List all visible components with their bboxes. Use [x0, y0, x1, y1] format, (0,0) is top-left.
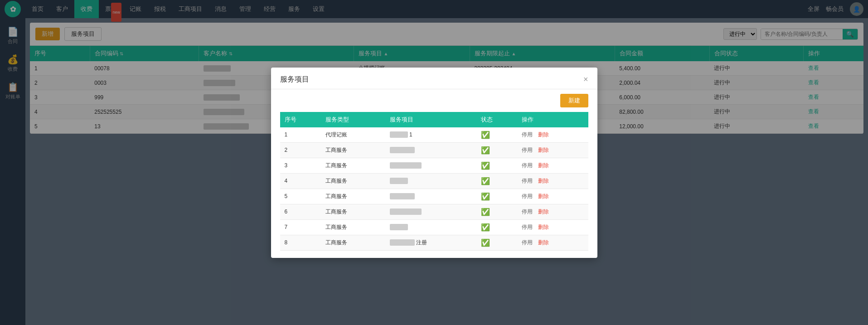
modal-table-row: 6 工商服务 ✅ 停用 删除: [280, 204, 588, 219]
modal-cell-type: 工商服务: [321, 173, 385, 189]
modal-cell-type: 工商服务: [321, 204, 385, 219]
modal-cell-item: [385, 142, 476, 158]
stop-button[interactable]: 停用: [522, 178, 533, 184]
delete-button[interactable]: 删除: [538, 209, 549, 215]
modal-new-button[interactable]: 新建: [560, 94, 588, 107]
modal-cell-action: 停用 删除: [517, 142, 588, 158]
modal-cell-seq: 6: [280, 204, 321, 219]
modal-col-item: 服务项目: [385, 112, 476, 127]
modal-cell-type: 工商服务: [321, 219, 385, 235]
modal-cell-item: 注册: [385, 235, 476, 250]
modal-table-row: 7 工商服务 ✅ 停用 删除: [280, 219, 588, 235]
modal-table-row: 5 工商服务 ✅ 停用 删除: [280, 189, 588, 204]
modal-title: 服务项目: [280, 75, 309, 84]
delete-button[interactable]: 删除: [538, 193, 549, 199]
modal-header: 服务项目 ×: [271, 68, 597, 89]
delete-button[interactable]: 删除: [538, 239, 549, 246]
modal-cell-action: 停用 删除: [517, 158, 588, 173]
modal-cell-type: 工商服务: [321, 235, 385, 250]
modal-cell-item: [385, 219, 476, 235]
status-check-icon: ✅: [481, 223, 490, 231]
modal-table-row: 2 工商服务 ✅ 停用 删除: [280, 142, 588, 158]
stop-button[interactable]: 停用: [522, 224, 533, 230]
stop-button[interactable]: 停用: [522, 193, 533, 199]
modal-table-wrap: 序号 服务类型 服务项目 状态 操作 1 代理记账 1 ✅ 停用 删除 2 工商…: [271, 112, 597, 258]
status-check-icon: ✅: [481, 193, 490, 200]
modal-cell-item: [385, 173, 476, 189]
delete-button[interactable]: 删除: [538, 131, 549, 138]
modal-table-row: 1 代理记账 1 ✅ 停用 删除: [280, 127, 588, 143]
status-check-icon: ✅: [481, 131, 490, 139]
modal-cell-type: 工商服务: [321, 142, 385, 158]
status-check-icon: ✅: [481, 146, 490, 154]
modal-col-seq: 序号: [280, 112, 321, 127]
modal-header-row: 序号 服务类型 服务项目 状态 操作: [280, 112, 588, 127]
service-table: 序号 服务类型 服务项目 状态 操作 1 代理记账 1 ✅ 停用 删除 2 工商…: [280, 112, 588, 251]
modal-cell-action: 停用 删除: [517, 189, 588, 204]
modal-cell-status: ✅: [476, 204, 517, 219]
modal-cell-type: 工商服务: [321, 158, 385, 173]
modal-cell-status: ✅: [476, 235, 517, 250]
modal-col-status: 状态: [476, 112, 517, 127]
modal-overlay[interactable]: 服务项目 × 新建 序号 服务类型 服务项目 状态 操作 1 代理记账: [0, 0, 868, 325]
modal-cell-seq: 7: [280, 219, 321, 235]
modal-cell-seq: 5: [280, 189, 321, 204]
modal-cell-item: [385, 204, 476, 219]
modal-col-action: 操作: [517, 112, 588, 127]
modal-table-row: 8 工商服务 注册 ✅ 停用 删除: [280, 235, 588, 250]
status-check-icon: ✅: [481, 177, 490, 185]
modal-cell-type: 代理记账: [321, 127, 385, 143]
modal-cell-status: ✅: [476, 142, 517, 158]
modal-toolbar: 新建: [271, 89, 597, 112]
status-check-icon: ✅: [481, 239, 490, 247]
status-check-icon: ✅: [481, 208, 490, 216]
modal-table-row: 3 工商服务 ✅ 停用 删除: [280, 158, 588, 173]
modal-cell-seq: 8: [280, 235, 321, 250]
modal-cell-status: ✅: [476, 127, 517, 143]
modal-cell-action: 停用 删除: [517, 173, 588, 189]
modal-cell-action: 停用 删除: [517, 235, 588, 250]
modal-cell-seq: 2: [280, 142, 321, 158]
modal-cell-item: [385, 158, 476, 173]
modal-table-row: 4 工商服务 ✅ 停用 删除: [280, 173, 588, 189]
delete-button[interactable]: 删除: [538, 147, 549, 153]
modal-cell-status: ✅: [476, 173, 517, 189]
modal-cell-seq: 1: [280, 127, 321, 143]
delete-button[interactable]: 删除: [538, 178, 549, 184]
stop-button[interactable]: 停用: [522, 162, 533, 169]
modal-cell-seq: 4: [280, 173, 321, 189]
modal-cell-action: 停用 删除: [517, 204, 588, 219]
delete-button[interactable]: 删除: [538, 224, 549, 230]
service-modal: 服务项目 × 新建 序号 服务类型 服务项目 状态 操作 1 代理记账: [271, 68, 597, 258]
stop-button[interactable]: 停用: [522, 147, 533, 153]
modal-cell-action: 停用 删除: [517, 219, 588, 235]
modal-col-type: 服务类型: [321, 112, 385, 127]
modal-cell-type: 工商服务: [321, 189, 385, 204]
modal-cell-status: ✅: [476, 189, 517, 204]
modal-cell-seq: 3: [280, 158, 321, 173]
modal-cell-status: ✅: [476, 158, 517, 173]
delete-button[interactable]: 删除: [538, 162, 549, 169]
modal-close-button[interactable]: ×: [583, 75, 588, 83]
stop-button[interactable]: 停用: [522, 131, 533, 138]
modal-cell-action: 停用 删除: [517, 127, 588, 143]
modal-cell-status: ✅: [476, 219, 517, 235]
stop-button[interactable]: 停用: [522, 209, 533, 215]
status-check-icon: ✅: [481, 162, 490, 170]
modal-cell-item: 1: [385, 127, 476, 143]
modal-cell-item: [385, 189, 476, 204]
stop-button[interactable]: 停用: [522, 239, 533, 246]
